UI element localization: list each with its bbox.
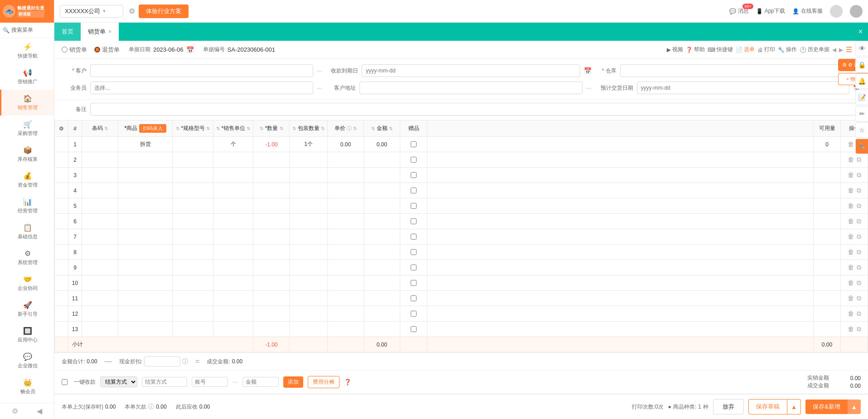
copy-icon[interactable]: ⧉ bbox=[857, 264, 861, 271]
copy-icon[interactable]: ⧉ bbox=[857, 310, 861, 318]
delete-icon[interactable]: 🗑 bbox=[848, 233, 854, 241]
account-dots-btn[interactable]: ··· bbox=[233, 378, 238, 385]
delete-icon[interactable]: 🗑 bbox=[848, 248, 854, 256]
right-panel-btn-6[interactable]: ☆ bbox=[855, 122, 868, 138]
gift-checkbox[interactable] bbox=[411, 188, 417, 193]
salesperson-dots-btn[interactable]: ··· bbox=[317, 84, 322, 92]
sidebar-item-marketing[interactable]: 📢 营销推广 bbox=[0, 64, 54, 90]
salesperson-input[interactable] bbox=[90, 82, 313, 94]
gift-checkbox[interactable] bbox=[411, 295, 417, 301]
expected-delivery-input[interactable] bbox=[637, 82, 849, 94]
amount-input[interactable] bbox=[242, 377, 279, 387]
radio-return-order[interactable]: 退货单 bbox=[94, 46, 120, 54]
copy-icon[interactable]: ⧉ bbox=[857, 202, 861, 210]
copy-icon[interactable]: ⧉ bbox=[857, 156, 861, 164]
price-info-icon[interactable]: ⓘ bbox=[347, 125, 352, 131]
delete-icon[interactable]: 🗑 bbox=[848, 171, 854, 179]
customer-addr-input[interactable] bbox=[359, 82, 582, 94]
sidebar-item-apps[interactable]: 🔲 应用中心 bbox=[0, 322, 54, 348]
gift-checkbox[interactable] bbox=[411, 157, 417, 163]
sidebar-item-operations[interactable]: 📊 经营管理 bbox=[0, 193, 54, 219]
sidebar-item-sales[interactable]: 🏠 销售管理 bbox=[0, 90, 54, 116]
action-shortcut[interactable]: ⌨ 快捷键 bbox=[708, 46, 733, 53]
delete-icon[interactable]: 🗑 bbox=[848, 217, 854, 225]
save-new-btn[interactable]: 保存&新增 bbox=[805, 400, 848, 414]
message-item[interactable]: 💬 消息 99+ bbox=[729, 7, 749, 15]
sidebar-item-guide[interactable]: 🚀 新手引导 bbox=[0, 296, 54, 322]
settlement-input[interactable] bbox=[142, 377, 187, 387]
right-panel-btn-2[interactable]: 🔒 bbox=[855, 57, 868, 72]
gift-checkbox[interactable] bbox=[411, 311, 417, 317]
customer-dots-btn[interactable]: ··· bbox=[317, 67, 322, 74]
delete-icon[interactable]: 🗑 bbox=[848, 187, 854, 194]
action-help[interactable]: ❓ 帮助 bbox=[686, 46, 705, 53]
customer-input[interactable] bbox=[90, 64, 313, 77]
avatar[interactable] bbox=[830, 5, 843, 18]
settings-icon[interactable]: ⚙ bbox=[129, 7, 135, 15]
settlement-method-select[interactable]: 结算方式 bbox=[100, 376, 137, 387]
tab-sale-order[interactable]: 销货单 × bbox=[81, 23, 119, 41]
sidebar-settings-icon[interactable]: ⚙ bbox=[12, 407, 18, 415]
addr-dots-btn[interactable]: ··· bbox=[586, 84, 592, 92]
one-click-checkbox[interactable] bbox=[62, 379, 68, 385]
gift-checkbox[interactable] bbox=[411, 265, 417, 270]
shortage-help-icon[interactable]: ⓘ bbox=[148, 403, 154, 411]
payment-due-calendar-icon[interactable]: 📅 bbox=[584, 67, 592, 74]
td-gift-1[interactable] bbox=[400, 137, 427, 152]
sidebar-item-finance[interactable]: 💰 资金管理 bbox=[0, 167, 54, 193]
sidebar-item-member[interactable]: 👑 畅会员 bbox=[0, 374, 54, 400]
delete-icon[interactable]: 🗑 bbox=[848, 202, 854, 210]
td-spec-1[interactable] bbox=[173, 137, 213, 152]
copy-icon[interactable]: ⧉ bbox=[857, 279, 861, 287]
right-panel-btn-7[interactable]: 🔧 bbox=[855, 139, 868, 154]
sidebar-collapse-icon[interactable]: ◀ bbox=[37, 407, 42, 415]
sidebar-item-basic-info[interactable]: 📋 基础信息 bbox=[0, 219, 54, 245]
action-select[interactable]: 📄 选单 bbox=[736, 46, 755, 53]
save-new-arrow-btn[interactable]: ▲ bbox=[848, 400, 861, 414]
gift-checkbox[interactable] bbox=[411, 172, 417, 178]
list-view-icon[interactable]: ☰ bbox=[846, 45, 852, 54]
radio-return-input[interactable] bbox=[94, 47, 100, 53]
td-product-1[interactable]: 拆货 bbox=[118, 137, 173, 152]
th-setting[interactable]: ⚙ bbox=[55, 120, 68, 137]
discard-btn[interactable]: 放弃 bbox=[713, 399, 744, 414]
tab-home[interactable]: 首页 bbox=[54, 23, 81, 41]
action-video[interactable]: ▶ 视频 bbox=[667, 46, 683, 53]
action-history[interactable]: 🕐 历史单据 bbox=[800, 46, 829, 53]
delete-icon[interactable]: 🗑 bbox=[848, 325, 854, 333]
radio-sale-input[interactable] bbox=[62, 47, 68, 53]
right-panel-btn-4[interactable]: 📝 bbox=[855, 90, 868, 105]
td-amount-1[interactable]: 0.00 bbox=[364, 137, 400, 152]
td-barcode-1[interactable] bbox=[82, 137, 118, 152]
gift-checkbox[interactable] bbox=[411, 203, 417, 209]
search-menu[interactable]: 🔍 搜索菜单 bbox=[0, 23, 54, 38]
tab-close-icon[interactable]: × bbox=[108, 29, 112, 35]
gift-checkbox[interactable] bbox=[411, 234, 417, 240]
cash-discount-input[interactable] bbox=[144, 356, 180, 366]
td-unit-1[interactable]: 个 bbox=[213, 137, 253, 152]
action-operation[interactable]: 🔧 操作 bbox=[778, 46, 797, 53]
avatar2[interactable] bbox=[850, 5, 863, 18]
cash-discount-help-icon[interactable]: ⓘ bbox=[182, 357, 188, 366]
warehouse-input[interactable]: 建材仓 bbox=[620, 64, 852, 77]
delete-icon[interactable]: 🗑 bbox=[848, 279, 854, 287]
delete-icon-1[interactable]: 🗑 bbox=[848, 140, 854, 148]
payment-help-icon[interactable]: ❓ bbox=[344, 379, 351, 385]
sidebar-item-enterprise[interactable]: 🤝 企业协同 bbox=[0, 270, 54, 296]
add-payment-btn[interactable]: 添加 bbox=[283, 376, 303, 388]
right-panel-btn-3[interactable]: 🔔 bbox=[855, 73, 868, 89]
sidebar-item-inventory[interactable]: 📦 库存核算 bbox=[0, 141, 54, 167]
online-support-item[interactable]: 👤 在线客服 bbox=[792, 7, 823, 15]
td-qty-1[interactable]: -1.00 bbox=[253, 137, 290, 152]
right-panel-btn-5[interactable]: ✏ bbox=[855, 106, 868, 121]
copy-icon[interactable]: ⧉ bbox=[857, 217, 861, 225]
copy-icon[interactable]: ⧉ bbox=[857, 233, 861, 241]
save-draft-btn[interactable]: 保存草稿 bbox=[748, 399, 787, 414]
copy-icon[interactable]: ⧉ bbox=[857, 187, 861, 194]
action-print[interactable]: 🖨 打印 bbox=[757, 46, 775, 53]
sidebar-item-purchase[interactable]: 🛒 采购管理 bbox=[0, 116, 54, 141]
delete-icon[interactable]: 🗑 bbox=[848, 264, 854, 271]
copy-icon[interactable]: ⧉ bbox=[857, 248, 861, 256]
radio-sale-order[interactable]: 销货单 bbox=[62, 46, 87, 54]
copy-icon[interactable]: ⧉ bbox=[857, 325, 861, 333]
